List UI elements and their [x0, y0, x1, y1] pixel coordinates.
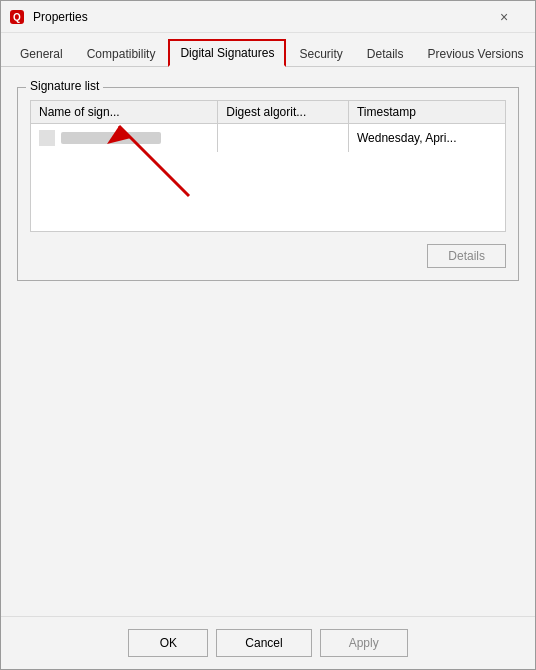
- tab-compatibility[interactable]: Compatibility: [76, 41, 167, 66]
- col-header-digest: Digest algorit...: [218, 101, 349, 124]
- table-row[interactable]: Wednesday, Apri...: [31, 124, 506, 152]
- tab-previous-versions[interactable]: Previous Versions: [417, 41, 535, 66]
- group-label: Signature list: [26, 79, 103, 93]
- signature-list-group: Signature list Name of sign... Digest al…: [17, 87, 519, 281]
- bottom-bar: OK Cancel Apply: [1, 616, 535, 669]
- close-button[interactable]: ×: [481, 1, 527, 33]
- title-bar: Q Properties ×: [1, 1, 535, 33]
- details-btn-row: Details: [30, 244, 506, 268]
- window-title: Properties: [33, 10, 481, 24]
- tab-digital-signatures[interactable]: Digital Signatures: [168, 39, 286, 67]
- properties-window: Q Properties × General Compatibility Dig…: [0, 0, 536, 670]
- tabs-bar: General Compatibility Digital Signatures…: [1, 33, 535, 67]
- tab-security[interactable]: Security: [288, 41, 353, 66]
- sig-icon: [39, 130, 55, 146]
- col-header-name: Name of sign...: [31, 101, 218, 124]
- tab-general[interactable]: General: [9, 41, 74, 66]
- signature-table: Name of sign... Digest algorit... Timest…: [30, 100, 506, 232]
- tab-content: Signature list Name of sign... Digest al…: [1, 67, 535, 616]
- apply-button[interactable]: Apply: [320, 629, 408, 657]
- svg-text:Q: Q: [13, 12, 21, 23]
- sig-name-cell: [31, 124, 218, 152]
- ok-button[interactable]: OK: [128, 629, 208, 657]
- details-button[interactable]: Details: [427, 244, 506, 268]
- sig-name-blurred: [61, 132, 161, 144]
- col-header-timestamp: Timestamp: [348, 101, 505, 124]
- table-empty-row: [31, 152, 506, 232]
- empty-space: [31, 152, 506, 232]
- sig-digest-cell: [218, 124, 349, 152]
- app-icon: Q: [9, 9, 25, 25]
- sig-timestamp-cell: Wednesday, Apri...: [348, 124, 505, 152]
- cancel-button[interactable]: Cancel: [216, 629, 311, 657]
- tab-details[interactable]: Details: [356, 41, 415, 66]
